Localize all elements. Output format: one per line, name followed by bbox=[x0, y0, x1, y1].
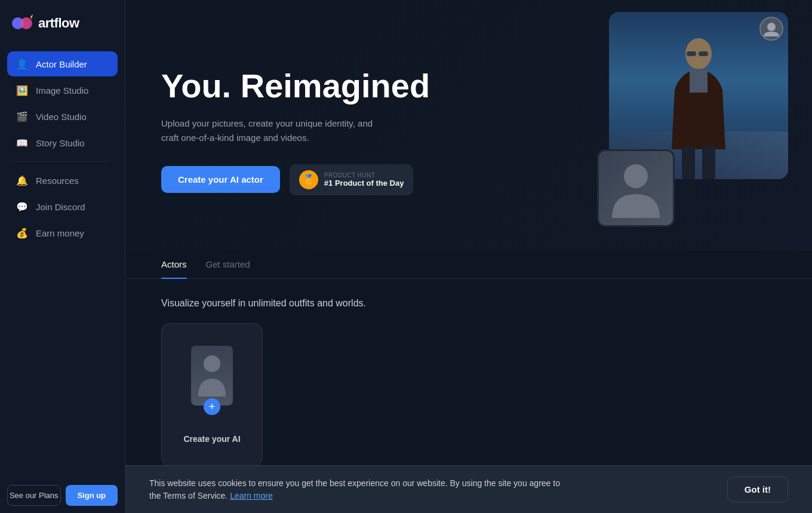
product-hunt-label: PRODUCT HUNT bbox=[324, 172, 404, 179]
hero-subtitle: Upload your pictures, create your unique… bbox=[161, 116, 388, 145]
sidebar-item-story-studio[interactable]: 📖 Story Studio bbox=[7, 130, 118, 155]
man-figure-svg bbox=[657, 30, 740, 179]
sidebar: artflow 👤 Actor Builder 🖼️ Image Studio … bbox=[0, 0, 125, 513]
sidebar-item-image-studio[interactable]: 🖼️ Image Studio bbox=[7, 78, 118, 103]
tabs-section: Actors Get started bbox=[125, 251, 812, 279]
sidebar-item-image-studio-label: Image Studio bbox=[36, 85, 88, 96]
nav-section: 👤 Actor Builder 🖼️ Image Studio 🎬 Video … bbox=[0, 47, 125, 478]
svg-rect-5 bbox=[690, 69, 708, 93]
nav-bottom: See our Plans Sign up bbox=[0, 478, 125, 513]
resources-icon: 🔔 bbox=[16, 174, 29, 187]
sidebar-item-story-studio-label: Story Studio bbox=[36, 138, 85, 148]
create-actor-label: Create your AI bbox=[183, 434, 240, 444]
story-studio-icon: 📖 bbox=[16, 136, 29, 149]
svg-rect-6 bbox=[682, 146, 695, 179]
tabs: Actors Get started bbox=[161, 251, 776, 278]
svg-point-10 bbox=[204, 355, 220, 372]
sign-up-button[interactable]: Sign up bbox=[66, 485, 118, 506]
tab-get-started[interactable]: Get started bbox=[206, 251, 250, 279]
discord-icon: 💬 bbox=[16, 200, 29, 213]
got-it-button[interactable]: Got it! bbox=[727, 477, 788, 502]
tab-actors[interactable]: Actors bbox=[161, 251, 187, 279]
product-hunt-value: #1 Product of the Day bbox=[324, 179, 404, 188]
svg-point-1 bbox=[20, 17, 32, 29]
nav-divider bbox=[14, 161, 110, 162]
sidebar-item-actor-builder-label: Actor Builder bbox=[36, 59, 87, 69]
cookie-message: This website uses cookies to ensure you … bbox=[149, 478, 560, 500]
cookie-text: This website uses cookies to ensure you … bbox=[149, 477, 567, 502]
svg-rect-7 bbox=[702, 146, 715, 179]
sidebar-item-actor-builder[interactable]: 👤 Actor Builder bbox=[7, 51, 118, 76]
sidebar-item-join-discord[interactable]: 💬 Join Discord bbox=[7, 194, 118, 219]
actor-placeholder-icon bbox=[197, 352, 227, 400]
sidebar-item-join-discord-label: Join Discord bbox=[36, 202, 85, 212]
logo-area: artflow bbox=[0, 0, 125, 47]
svg-rect-4 bbox=[699, 51, 708, 56]
main-content: You. Reimagined Upload your pictures, cr… bbox=[125, 0, 812, 513]
actors-grid: + Create your AI bbox=[161, 323, 776, 466]
section-subtitle: Visualize yourself in unlimited outfits … bbox=[161, 298, 776, 309]
earn-money-icon: 💰 bbox=[16, 226, 29, 239]
sidebar-item-earn-money[interactable]: 💰 Earn money bbox=[7, 220, 118, 245]
video-studio-icon: 🎬 bbox=[16, 110, 29, 123]
product-hunt-medal-icon: 🏅 bbox=[299, 170, 318, 189]
image-studio-icon: 🖼️ bbox=[16, 84, 29, 97]
sidebar-item-resources-label: Resources bbox=[36, 176, 79, 186]
create-actor-card[interactable]: + Create your AI bbox=[161, 323, 263, 466]
plus-button[interactable]: + bbox=[204, 398, 220, 415]
sidebar-item-video-studio-label: Video Studio bbox=[36, 112, 87, 122]
product-hunt-text: PRODUCT HUNT #1 Product of the Day bbox=[324, 172, 404, 188]
sidebar-item-resources[interactable]: 🔔 Resources bbox=[7, 168, 118, 193]
product-hunt-badge: 🏅 PRODUCT HUNT #1 Product of the Day bbox=[290, 164, 414, 195]
cookie-learn-more-link[interactable]: Learn more bbox=[230, 491, 273, 500]
create-actor-button[interactable]: Create your AI actor bbox=[161, 166, 280, 193]
hero-section: You. Reimagined Upload your pictures, cr… bbox=[125, 0, 812, 251]
see-plans-button[interactable]: See our Plans bbox=[7, 485, 61, 506]
create-actor-figure bbox=[191, 346, 233, 406]
sidebar-item-earn-money-label: Earn money bbox=[36, 228, 84, 238]
logo-text: artflow bbox=[38, 16, 79, 31]
actor-builder-icon: 👤 bbox=[16, 57, 29, 70]
sidebar-item-video-studio[interactable]: 🎬 Video Studio bbox=[7, 104, 118, 129]
hero-main-image bbox=[609, 12, 788, 179]
svg-rect-3 bbox=[687, 51, 696, 56]
hero-images bbox=[597, 12, 788, 239]
cookie-banner: This website uses cookies to ensure you … bbox=[125, 465, 812, 513]
logo-icon bbox=[11, 12, 33, 35]
